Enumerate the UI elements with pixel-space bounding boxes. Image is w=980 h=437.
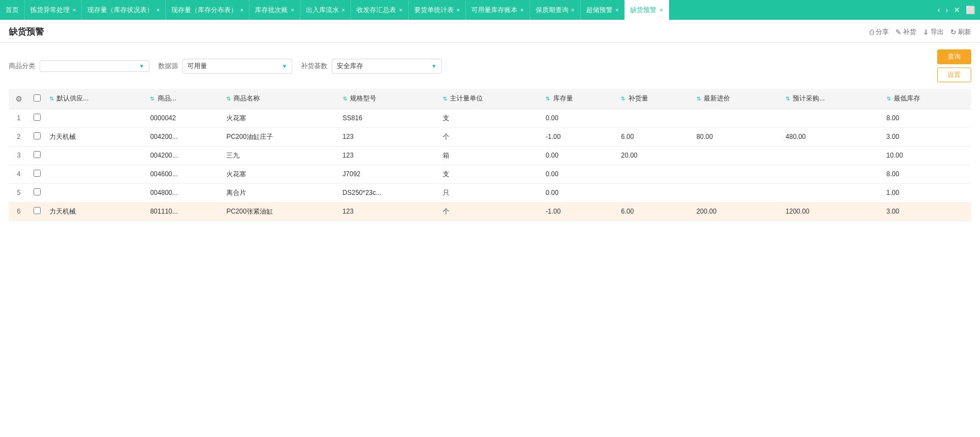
cell-latest-price: 200.00 (692, 202, 781, 221)
cell-replenish-qty (616, 183, 692, 202)
tab-close-batch-account[interactable]: × (291, 7, 294, 13)
cell-latest-price (692, 109, 781, 127)
cell-latest-price: 80.00 (692, 127, 781, 146)
datasource-value: 可用量 (187, 61, 207, 71)
tab-close-order-stats[interactable]: × (456, 7, 460, 13)
tab-close-available-ledger[interactable]: × (520, 7, 524, 13)
th-product-code[interactable]: ⇅ 商品... (146, 89, 222, 109)
cell-replenish-qty (616, 109, 692, 127)
cell-latest-price (692, 146, 781, 165)
tab-receipt-summary[interactable]: 收发存汇总表 × (351, 0, 408, 20)
row-checkbox-cell (29, 127, 45, 146)
cell-min-stock: 1.00 (882, 183, 971, 202)
cell-spec: 123 (338, 202, 438, 221)
query-button[interactable]: 查询 (937, 49, 971, 64)
th-replenish-qty[interactable]: ⇅ 补货量 (616, 89, 692, 109)
th-est-purchase[interactable]: ⇅ 预计采购... (781, 89, 882, 109)
tab-close-expiry-query[interactable]: × (571, 7, 575, 13)
cell-product-code: 801110... (146, 202, 222, 221)
table-row: 6 力天机械 801110... PC200张紧油缸 123 个 -1.00 6… (9, 202, 971, 221)
cell-spec: SS816 (338, 109, 438, 127)
row-checkbox-5[interactable] (34, 207, 41, 214)
cell-stock: -1.00 (541, 127, 616, 146)
th-supplier[interactable]: ⇅ 默认供应... (45, 89, 146, 109)
row-checkbox-4[interactable] (34, 188, 41, 195)
th-spec[interactable]: ⇅ 规格型号 (338, 89, 438, 109)
export-button[interactable]: ⇓ 导出 (923, 27, 944, 37)
cell-product-name: 火花塞 (222, 109, 338, 127)
datasource-label: 数据源 (158, 61, 178, 71)
page-content: 缺货预警 ⎙ 分享 ✎ 补货 ⇓ 导出 ↻ 刷新 商品分类 (0, 20, 980, 437)
sort-icon-product-code: ⇅ (150, 96, 154, 102)
table-header-row: ⚙ ⇅ 默认供应... ⇅ 商品... ⇅ 商品名称 (9, 89, 971, 109)
cell-supplier (45, 183, 146, 202)
th-unit[interactable]: ⇅ 主计量单位 (438, 89, 542, 109)
tab-close-receipt-summary[interactable]: × (399, 7, 402, 13)
row-checkbox-2[interactable] (34, 151, 41, 158)
row-checkbox-1[interactable] (34, 132, 41, 139)
replenish-basis-select[interactable]: 安全库存 ▼ (332, 59, 442, 74)
column-settings-button[interactable]: ⚙ (15, 94, 23, 103)
category-select[interactable]: ▼ (40, 60, 149, 72)
tab-shortage-warning[interactable]: 缺货预警 × (625, 0, 669, 20)
tab-nav-next[interactable]: › (943, 0, 951, 20)
replenish-button[interactable]: ✎ 补货 (895, 27, 916, 37)
refresh-button[interactable]: ↻ 刷新 (950, 27, 971, 37)
row-checkbox-3[interactable] (34, 170, 41, 177)
tab-close-inout-flow[interactable]: × (342, 7, 345, 13)
sort-icon-unit: ⇅ (443, 96, 447, 102)
sort-icon-stock: ⇅ (545, 96, 550, 102)
row-checkbox-cell (29, 202, 45, 221)
th-stock[interactable]: ⇅ 库存量 (541, 89, 616, 109)
tab-available-ledger[interactable]: 可用量库存账本 × (466, 0, 530, 20)
th-min-stock[interactable]: ⇅ 最低库存 (882, 89, 971, 109)
table-row: 2 力天机械 004200... PC200油缸庄子 123 个 -1.00 6… (9, 127, 971, 146)
tab-close-inventory-distribution[interactable]: × (240, 7, 243, 13)
tab-close-shortage-warning[interactable]: × (659, 7, 662, 13)
tab-order-stats[interactable]: 要货单统计表 × (409, 0, 466, 20)
row-checkbox-0[interactable] (34, 114, 41, 121)
tab-nav-maximize[interactable]: ⬜ (963, 0, 978, 20)
tab-nav-buttons: ‹ › ✕ ⬜ (935, 0, 980, 20)
settings-button[interactable]: 设置 (937, 68, 971, 82)
row-number: 3 (9, 146, 29, 165)
tab-inventory-status[interactable]: 现存量（库存状况表） × (82, 0, 165, 20)
category-label: 商品分类 (9, 61, 35, 71)
tab-inventory-distribution[interactable]: 现存量（库存分布表） × (166, 0, 249, 20)
th-latest-price[interactable]: ⇅ 最新进价 (692, 89, 781, 109)
cell-supplier: 力天机械 (45, 127, 146, 146)
replenish-basis-label: 补货基数 (301, 61, 327, 71)
tab-picking-anomaly[interactable]: 拣货异常处理 × (25, 0, 82, 20)
tab-expiry-query[interactable]: 保质期查询 × (530, 0, 581, 20)
cell-min-stock: 3.00 (882, 127, 971, 146)
tab-overstock-warning[interactable]: 超储预警 × (581, 0, 625, 20)
tab-home[interactable]: 首页 (0, 0, 25, 20)
cell-product-code: 004600... (146, 165, 222, 183)
tab-close-overstock-warning[interactable]: × (615, 7, 619, 13)
tab-batch-account[interactable]: 库存批次账 × (249, 0, 300, 20)
cell-min-stock: 8.00 (882, 109, 971, 127)
tab-nav-prev[interactable]: ‹ (935, 0, 943, 20)
row-number: 6 (9, 202, 29, 221)
cell-est-purchase (781, 165, 882, 183)
cell-product-name: PC200张紧油缸 (222, 202, 338, 221)
th-product-name[interactable]: ⇅ 商品名称 (222, 89, 338, 109)
cell-unit: 支 (438, 109, 542, 127)
refresh-icon: ↻ (950, 28, 956, 36)
cell-latest-price (692, 183, 781, 202)
cell-product-name: 三九 (222, 146, 338, 165)
filter-actions: 查询 设置 (937, 49, 971, 82)
select-all-checkbox[interactable] (34, 94, 41, 102)
tab-inout-flow[interactable]: 出入库流水 × (300, 0, 351, 20)
th-checkbox (29, 89, 45, 109)
share-button[interactable]: ⎙ 分享 (870, 27, 889, 37)
cell-spec: 123 (338, 127, 438, 146)
datasource-select[interactable]: 可用量 ▼ (182, 59, 292, 74)
tab-close-inventory-status[interactable]: × (156, 7, 159, 13)
cell-replenish-qty: 6.00 (616, 127, 692, 146)
row-number: 4 (9, 165, 29, 183)
cell-product-name: PC200油缸庄子 (222, 127, 338, 146)
tab-nav-close-all[interactable]: ✕ (951, 0, 963, 20)
sort-icon-replenish-qty: ⇅ (621, 96, 625, 102)
tab-close-picking-anomaly[interactable]: × (73, 7, 76, 13)
